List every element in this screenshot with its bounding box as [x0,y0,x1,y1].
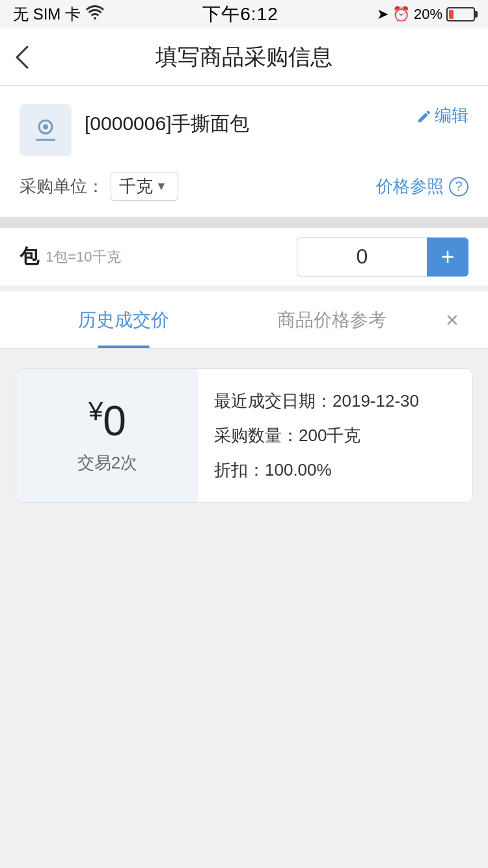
recent-date-value: 2019-12-30 [332,391,419,411]
edit-button[interactable]: 编辑 [416,104,468,127]
unit-select[interactable]: 千克 ▼ [111,172,178,201]
panel-header: 历史成交价 商品价格参考 × [0,292,488,349]
price-reference[interactable]: 价格参照 ? [376,175,468,198]
tab-underline [98,346,150,348]
carrier-text: 无 SIM 卡 [13,4,81,25]
tab-price-reference-label: 商品价格参考 [277,308,386,332]
battery-percent: 20% [414,6,442,23]
purchase-unit-label: 采购单位： [20,175,104,198]
product-full-name: [0000006]手撕面包 [85,104,249,137]
svg-point-1 [43,124,48,129]
product-thumbnail [20,104,72,156]
purchase-qty-value: 200千克 [299,426,360,445]
product-left: [0000006]手撕面包 [20,104,249,156]
recent-date-row: 最近成交日期：2019-12-30 [214,388,456,414]
price-ref-label: 价格参照 [376,175,444,198]
wifi-icon [86,5,104,23]
quantity-input[interactable] [297,237,427,277]
tab-price-reference[interactable]: 商品价格参考 [228,292,436,348]
quantity-unit-badge: 包 [20,243,39,270]
transaction-count: 交易2次 [77,452,137,474]
discount-row: 折扣：100.00% [214,457,456,483]
status-right: ➤ ⏰ 20% [377,6,475,23]
tab-history-price-label: 历史成交价 [78,308,169,332]
page-title: 填写商品采购信息 [156,42,332,72]
dropdown-arrow-icon: ▼ [156,180,167,193]
quantity-label: 包 1包=10千克 [20,243,121,270]
product-card: [0000006]手撕面包 编辑 采购单位： 千克 ▼ 价格参照 ? [0,86,488,217]
price-display: ¥ 0 [88,397,126,445]
edit-label: 编辑 [435,104,468,127]
gray-divider [0,217,488,228]
data-card-right: 最近成交日期：2019-12-30 采购数量：200千克 折扣：100.00% [198,369,472,502]
quantity-input-area: + [297,237,468,277]
discount-value: 100.00% [265,460,332,480]
data-card: ¥ 0 交易2次 最近成交日期：2019-12-30 采购数量：200千克 折扣… [16,368,472,503]
status-bar: 无 SIM 卡 下午6:12 ➤ ⏰ 20% [0,0,488,29]
nav-bar: 填写商品采购信息 [0,29,488,86]
quantity-row: 包 1包=10千克 + [0,228,488,286]
plus-button[interactable]: + [427,237,468,277]
help-icon[interactable]: ? [449,177,468,197]
quantity-unit-hint: 1包=10千克 [46,247,121,267]
price-value: 0 [103,397,126,445]
product-bottom: 采购单位： 千克 ▼ 价格参照 ? [20,172,468,201]
purchase-qty-row: 采购数量：200千克 [214,423,456,448]
alarm-icon: ⏰ [392,6,410,23]
purchase-unit: 采购单位： 千克 ▼ [20,172,178,201]
purchase-qty-label: 采购数量： [214,426,299,445]
recent-date-label: 最近成交日期： [214,391,332,411]
currency-symbol: ¥ [88,397,103,426]
back-button[interactable] [16,46,29,69]
discount-label: 折扣： [214,460,265,480]
status-time: 下午6:12 [202,2,278,27]
tab-history-price[interactable]: 历史成交价 [20,292,228,348]
bottom-fill [0,522,488,868]
product-top: [0000006]手撕面包 编辑 [20,104,468,156]
data-card-left: ¥ 0 交易2次 [16,369,198,502]
location-icon: ➤ [377,6,388,23]
close-panel-button[interactable]: × [436,304,468,336]
unit-value: 千克 [119,175,153,198]
battery-icon [446,7,475,21]
status-left: 无 SIM 卡 [13,4,104,25]
